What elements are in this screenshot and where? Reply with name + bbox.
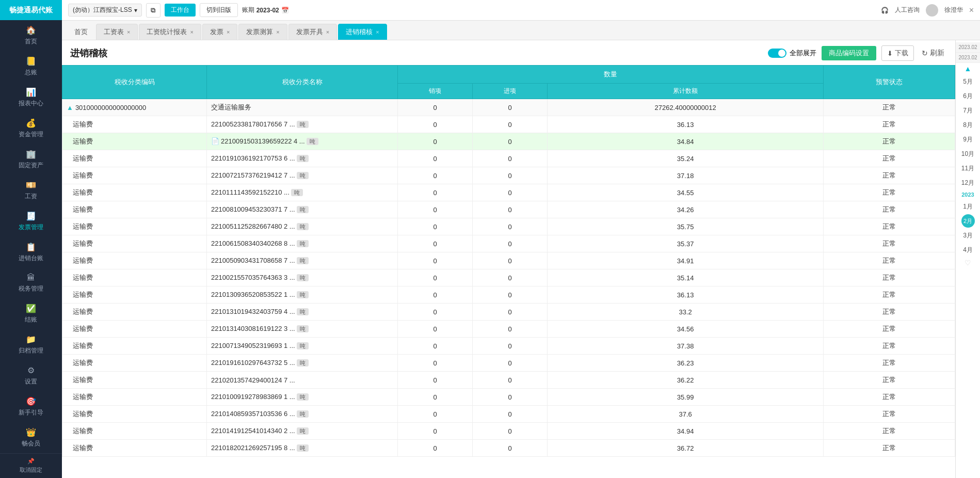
table-cell-sales: 0 bbox=[398, 269, 473, 286]
cal-month-feb[interactable]: 2月 bbox=[961, 214, 975, 228]
tab-invoice-open[interactable]: 发票开具 × bbox=[288, 24, 337, 40]
refresh-button[interactable]: ↻ 刷新 bbox=[919, 46, 947, 60]
table-cell-code: 运输费 bbox=[62, 423, 207, 440]
sidebar-item-sales-ledger[interactable]: 📋 进销台账 bbox=[0, 237, 62, 268]
tab-sales-verify[interactable]: 进销稽核 × bbox=[338, 24, 387, 40]
tab-close-icon[interactable]: × bbox=[127, 29, 130, 35]
table-cell-code: 运输费 bbox=[62, 321, 207, 338]
table-cell-cum: 37.6 bbox=[548, 406, 824, 423]
col-header-input: 进项 bbox=[473, 84, 548, 99]
unit-tag[interactable]: 吨 bbox=[297, 325, 309, 332]
tab-close-icon[interactable]: × bbox=[190, 29, 193, 35]
table-cell-invoice: 2210061508340340268 8 ... 吨 bbox=[207, 235, 398, 252]
dropdown-arrow-icon: ▾ bbox=[134, 7, 137, 14]
unit-tag[interactable]: 吨 bbox=[297, 427, 309, 435]
company-selector[interactable]: (勿动）江西报宝-LSS ▾ bbox=[68, 4, 142, 17]
tab-close-icon[interactable]: × bbox=[326, 29, 329, 35]
close-icon[interactable]: × bbox=[969, 6, 974, 15]
cal-month-jun[interactable]: 6月 bbox=[958, 89, 978, 103]
unit-tag[interactable]: 吨 bbox=[297, 274, 309, 281]
table-cell-sales: 0 bbox=[398, 440, 473, 457]
download-button[interactable]: ⬇ 下载 bbox=[881, 45, 914, 61]
sidebar-item-member[interactable]: 👑 畅会员 bbox=[0, 422, 62, 453]
cal-month-nov[interactable]: 11月 bbox=[958, 162, 978, 175]
sidebar-item-guide[interactable]: 🎯 新手引导 bbox=[0, 391, 62, 422]
sidebar-item-assets[interactable]: 🏢 固定资产 bbox=[0, 144, 62, 175]
tab-invoice-calc[interactable]: 发票测算 × bbox=[238, 24, 287, 40]
cal-month-apr[interactable]: 4月 bbox=[958, 243, 978, 257]
unpin-button[interactable]: 📌 取消固定 bbox=[0, 454, 62, 478]
unit-tag[interactable]: 吨 bbox=[291, 189, 303, 196]
unit-tag[interactable]: 吨 bbox=[297, 121, 309, 128]
sidebar-item-reports[interactable]: 📊 报表中心 bbox=[0, 82, 62, 113]
expand-toggle[interactable]: 全部展开 bbox=[768, 49, 816, 58]
cal-month-dec[interactable]: 12月 bbox=[958, 176, 978, 189]
sidebar-item-settings[interactable]: ⚙ 设置 bbox=[0, 360, 62, 391]
unit-tag[interactable]: 吨 bbox=[297, 308, 309, 315]
unit-tag[interactable]: 吨 bbox=[297, 359, 309, 367]
unit-tag[interactable]: 吨 bbox=[297, 172, 309, 179]
cal-month-jan[interactable]: 1月 bbox=[958, 200, 978, 213]
col-header-cum: 累计数额 bbox=[548, 84, 824, 99]
tab-close-icon[interactable]: × bbox=[227, 29, 230, 35]
unit-tag[interactable]: 吨 bbox=[297, 342, 309, 349]
table-cell-invoice: 2210131403081619122 3 ... 吨 bbox=[207, 321, 398, 338]
unit-tag[interactable]: 吨 bbox=[297, 410, 309, 418]
unit-tag[interactable]: 吨 bbox=[297, 155, 309, 162]
table-cell-code: 运输费 bbox=[62, 184, 207, 201]
unit-tag[interactable]: 吨 bbox=[297, 291, 309, 298]
unit-tag[interactable]: 吨 bbox=[297, 444, 309, 452]
table-cell-sales: 0 bbox=[398, 218, 473, 235]
sidebar-item-funds[interactable]: 💰 资金管理 bbox=[0, 113, 62, 144]
table-cell-invoice: 2210050903431708658 7 ... 吨 bbox=[207, 252, 398, 269]
sidebar-item-tax[interactable]: 🏛 税务管理 bbox=[0, 268, 62, 298]
table-cell-status: 正常 bbox=[823, 235, 955, 252]
tax-icon: 🏛 bbox=[27, 273, 35, 282]
workbench-button[interactable]: 工作台 bbox=[165, 4, 196, 17]
cal-month-aug[interactable]: 8月 bbox=[958, 118, 978, 132]
table-cell-invoice: 2210140859357103536 6 ... 吨 bbox=[207, 406, 398, 423]
sidebar-bottom: 📌 取消固定 bbox=[0, 453, 62, 478]
table-cell-code: 运输费 bbox=[62, 218, 207, 235]
tab-payroll-stats[interactable]: 工资统计报表 × bbox=[139, 24, 201, 40]
calendar-up-button[interactable]: ▲ bbox=[963, 63, 973, 74]
data-table-wrap: 税收分类编码 税收分类名称 数量 预警状态 销项 进项 累计数额 bbox=[62, 65, 955, 478]
tab-invoice[interactable]: 发票 × bbox=[202, 24, 237, 40]
toggle-switch[interactable] bbox=[768, 49, 786, 58]
expand-icon[interactable]: ▲ bbox=[67, 104, 73, 111]
tab-home[interactable]: 首页 bbox=[67, 24, 95, 40]
period-label: 账期 bbox=[242, 6, 254, 14]
cal-month-sep[interactable]: 9月 bbox=[958, 133, 978, 146]
unit-tag[interactable]: 吨 bbox=[297, 257, 309, 264]
table-cell-sales: 0 bbox=[398, 167, 473, 184]
sidebar-item-home[interactable]: 🏠 首页 bbox=[0, 20, 62, 51]
sidebar-item-checkout[interactable]: ✅ 结账 bbox=[0, 298, 62, 329]
sidebar-item-payroll[interactable]: 💴 工资 bbox=[0, 175, 62, 206]
table-cell-sales: 0 bbox=[398, 355, 473, 372]
payroll-icon: 💴 bbox=[26, 180, 36, 190]
tab-close-icon[interactable]: × bbox=[276, 29, 279, 35]
unit-tag[interactable]: 吨 bbox=[307, 138, 318, 145]
copy-button[interactable]: ⧉ bbox=[146, 3, 160, 18]
unit-tag[interactable]: 吨 bbox=[297, 223, 309, 230]
support-link[interactable]: 人工咨询 bbox=[895, 6, 920, 14]
calendar-icon[interactable]: 📅 bbox=[281, 7, 289, 14]
tab-close-icon[interactable]: × bbox=[376, 29, 379, 35]
cal-month-may[interactable]: 5月 bbox=[958, 75, 978, 88]
tab-payroll-table[interactable]: 工资表 × bbox=[96, 24, 138, 40]
cal-month-mar[interactable]: 3月 bbox=[958, 229, 978, 242]
funds-icon: 💰 bbox=[26, 118, 36, 128]
cal-month-jul[interactable]: 7月 bbox=[958, 104, 978, 117]
sidebar-item-invoice[interactable]: 🧾 发票管理 bbox=[0, 206, 62, 237]
unit-tag[interactable]: 吨 bbox=[297, 240, 309, 247]
sales-ledger-icon: 📋 bbox=[26, 242, 36, 252]
cal-month-oct[interactable]: 10月 bbox=[958, 147, 978, 161]
sidebar-item-archive[interactable]: 📁 归档管理 bbox=[0, 329, 62, 360]
unit-tag[interactable]: 吨 bbox=[297, 206, 309, 213]
product-code-settings-button[interactable]: 商品编码设置 bbox=[822, 46, 876, 60]
ledger-icon: 📒 bbox=[26, 56, 36, 66]
table-cell-invoice: 2210100919278983869 1 ... 吨 bbox=[207, 389, 398, 406]
switch-version-button[interactable]: 切到旧版 bbox=[200, 3, 238, 17]
sidebar-item-ledger[interactable]: 📒 总账 bbox=[0, 51, 62, 82]
unit-tag[interactable]: 吨 bbox=[297, 393, 309, 401]
